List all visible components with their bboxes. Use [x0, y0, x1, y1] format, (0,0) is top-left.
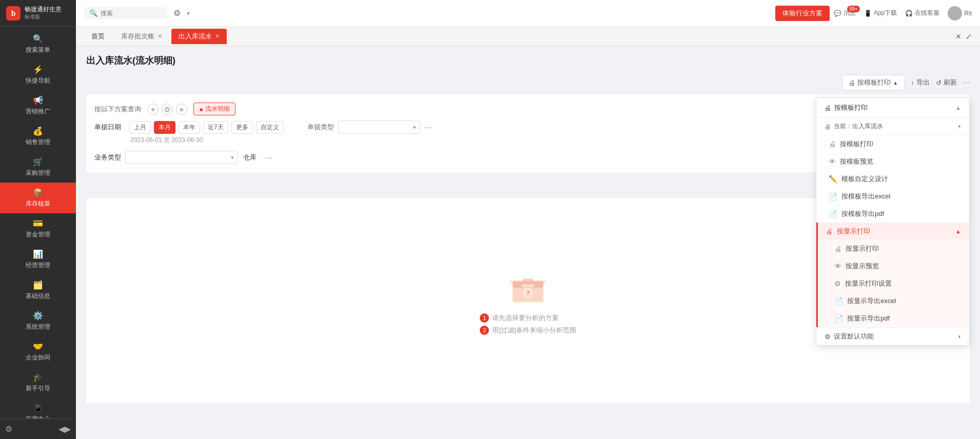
dropdown-item-print-template[interactable]: 🖨 按模板打印 — [816, 135, 969, 153]
refresh-label: 刷新 — [944, 78, 957, 87]
sidebar-item-sales[interactable]: 💰 销售管理 — [0, 121, 76, 152]
tab-flow-label: 出入库流水 — [179, 32, 212, 41]
industry-btn[interactable]: 体验行业方案 — [775, 6, 830, 21]
business-type-group: 业务类型 ▾ — [94, 151, 235, 164]
dropdown-item-export-excel-template[interactable]: 📄 按模板导出excel — [816, 188, 969, 205]
dropdown-current[interactable]: 🖨 当前：出入库流水 ▾ — [816, 118, 969, 135]
custom-design-label: 模板自定义设计 — [841, 174, 888, 184]
tab-expand-icon[interactable]: ⤢ — [966, 32, 972, 41]
sidebar-item-system[interactable]: ⚙️ 系统管理 — [0, 306, 76, 336]
sidebar-item-label: 资金管理 — [26, 230, 50, 239]
topbar-icon-group: 💬 消息 99+ 📱 App下载 🎧 在线客服 Rit — [834, 6, 972, 21]
display-preview-label: 按显示预览 — [846, 262, 879, 271]
date-btn-this-year[interactable]: 本年 — [179, 121, 200, 134]
sidebar-item-finance[interactable]: 💳 资金管理 — [0, 213, 76, 244]
dropdown-item-export-pdf-template[interactable]: 📄 按模板导出pdf — [816, 205, 969, 223]
sidebar-item-inventory[interactable]: 📦 库存核算 — [0, 183, 76, 213]
display-print-settings-label: 按显示打印设置 — [845, 279, 892, 288]
sidebar-item-basic[interactable]: 🗂️ 基础信息 — [0, 275, 76, 306]
lightning-icon: ⚡ — [33, 65, 43, 74]
filter-add-btn[interactable]: + — [147, 104, 159, 115]
date-btn-last-month[interactable]: 上月 — [129, 121, 151, 134]
step-1-text: 请先选择要分析的方案 — [492, 313, 559, 323]
printer-icon: 🖨 — [849, 79, 855, 87]
doc-type-select[interactable] — [338, 121, 420, 134]
avatar — [948, 6, 962, 21]
topbar-search-icon: 🔍 — [89, 9, 97, 17]
filter-tag-icon: ● — [199, 105, 203, 113]
filter-tag-label: 流水明细 — [205, 105, 230, 113]
filter-actions: + ⊙ « — [147, 104, 187, 115]
display-settings-icon: ⚙ — [834, 280, 841, 288]
business-type-label: 业务类型 — [94, 153, 121, 162]
dropdown-item-preview-template[interactable]: 👁 按模板预览 — [816, 153, 969, 170]
tab-home[interactable]: 首页 — [84, 29, 112, 44]
collapse-icon[interactable]: ◀▶ — [58, 424, 71, 434]
sidebar-footer: ⚙ ◀▶ — [0, 418, 76, 439]
dropdown-display-print-settings[interactable]: ⚙ 按显示打印设置 — [818, 275, 969, 292]
dropdown-footer[interactable]: ⚙ 设置默认功能 ▾ — [816, 327, 969, 345]
sidebar-item-quick-nav[interactable]: ⚡ 快捷导航 — [0, 59, 76, 90]
toolbar-row: 🖨 按模板打印 ▲ ↑ 导出 ↺ 刷新 ··· — [86, 75, 970, 90]
filter-collapse-btn[interactable]: « — [176, 104, 187, 115]
app-download-btn[interactable]: 📱 App下载 — [864, 9, 897, 17]
dropdown-display-print[interactable]: 🖨 按显示打印 — [818, 240, 969, 257]
inventory-icon: 📦 — [33, 188, 43, 197]
sidebar-item-purchase[interactable]: 🛒 采购管理 — [0, 152, 76, 183]
tab-flow[interactable]: 出入库流水 ✕ — [171, 29, 227, 44]
print-template-item-icon: 🖨 — [829, 140, 836, 148]
sidebar-item-app-center[interactable]: 📱 应用中心 — [0, 398, 76, 418]
sidebar-item-cooperation[interactable]: 🤝 企业协同 — [0, 336, 76, 367]
more-options-btn[interactable]: ··· — [963, 78, 970, 87]
sidebar-item-guide[interactable]: 🎓 新手引导 — [0, 367, 76, 398]
print-template-btn[interactable]: 🖨 按模板打印 ▲ — [842, 75, 905, 90]
date-btn-7days[interactable]: 近7天 — [203, 121, 228, 134]
doc-type-label: 单据类型 — [307, 123, 334, 132]
empty-step-2: 2 用[过滤]条件来缩小分析范围 — [480, 326, 576, 335]
export-icon: ↑ — [911, 79, 914, 87]
business-type-select[interactable] — [125, 151, 238, 164]
display-section-icon: 🖨 — [826, 228, 833, 235]
sidebar-item-search[interactable]: 🔍 搜索菜单 — [0, 29, 76, 59]
chevron-up-icon: ▲ — [893, 80, 898, 86]
dropdown-header: 🖨 按模板打印 ▲ — [816, 98, 969, 118]
date-btn-this-month[interactable]: 本月 — [154, 121, 175, 134]
topbar-settings-icon[interactable]: ⚙ — [173, 8, 181, 18]
refresh-btn[interactable]: ↺ 刷新 — [936, 78, 957, 87]
dropdown-display-export-pdf[interactable]: 📄 按显示导出pdf — [818, 310, 969, 327]
sidebar-item-marketing[interactable]: 📢 营销推广 — [0, 90, 76, 121]
dropdown-display-export-excel[interactable]: 📄 按显示导出excel — [818, 292, 969, 310]
tab-batch-account[interactable]: 库存批次账 ✕ — [114, 29, 169, 44]
date-btn-more[interactable]: 更多 — [231, 121, 253, 134]
app-download-label: App下载 — [874, 9, 897, 17]
tab-batch-account-close[interactable]: ✕ — [158, 33, 162, 39]
dropdown-item-custom-design[interactable]: ✏️ 模板自定义设计 — [816, 170, 969, 188]
date-btn-custom[interactable]: 自定义 — [256, 121, 284, 134]
warehouse-more-btn[interactable]: ··· — [265, 153, 272, 162]
settings-footer-icon[interactable]: ⚙ — [5, 424, 12, 434]
svg-rect-4 — [510, 281, 546, 283]
marketing-icon: 📢 — [33, 95, 43, 105]
topbar-search-box[interactable]: 🔍 — [84, 7, 167, 19]
sidebar-item-operations[interactable]: 📊 经营管理 — [0, 244, 76, 275]
doc-type-more-btn[interactable]: ··· — [424, 123, 432, 132]
operations-icon: 📊 — [33, 249, 43, 259]
warehouse-group: 仓库 ··· — [243, 153, 272, 162]
filter-tag-flow[interactable]: ● 流水明细 — [193, 103, 236, 115]
topbar-chevron-icon[interactable]: ▾ — [187, 10, 190, 17]
online-service-btn[interactable]: 🎧 在线客服 — [905, 9, 939, 17]
sidebar-item-label: 企业协同 — [26, 353, 50, 362]
dropdown-chevron-icon[interactable]: ▲ — [955, 105, 961, 111]
export-btn[interactable]: ↑ 导出 — [911, 78, 930, 87]
display-export-excel-icon: 📄 — [834, 297, 843, 305]
sidebar-item-label: 基础信息 — [26, 292, 50, 301]
user-avatar-btn[interactable]: Rit — [948, 6, 972, 21]
dropdown-section-display-header[interactable]: 🖨 按显示打印 ▲ — [818, 223, 969, 240]
dropdown-display-preview[interactable]: 👁 按显示预览 — [818, 257, 969, 275]
tab-flow-close[interactable]: ✕ — [215, 33, 220, 39]
search-input[interactable] — [101, 10, 162, 17]
filter-settings-btn[interactable]: ⊙ — [162, 104, 173, 115]
tab-close-all-icon[interactable]: ✕ — [955, 32, 962, 41]
empty-state: ? 1 请先选择要分析的方案 2 用[过滤]条件来缩小分析范围 — [480, 266, 576, 335]
message-btn[interactable]: 💬 消息 99+ — [834, 9, 856, 17]
